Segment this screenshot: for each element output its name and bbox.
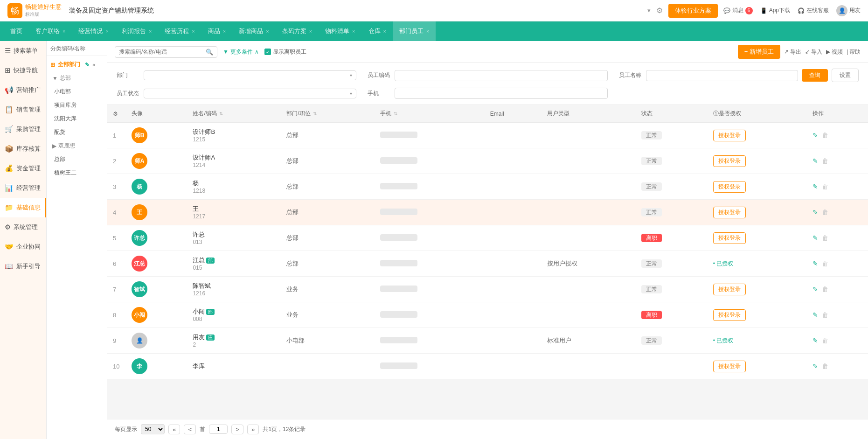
dept-item-xiaodian[interactable]: 小电部 [47,85,107,98]
dept-item-distribution[interactable]: 配货 [47,125,107,139]
nav-shortcuts[interactable]: ⊞快捷导航 [0,61,46,80]
close-icon[interactable]: × [383,28,386,34]
close-icon[interactable]: × [426,28,429,34]
dropdown-arrow-icon[interactable]: ▾ [647,7,651,14]
filter-more-btn[interactable]: ▼ 更多条件 ∧ [223,48,259,56]
close-icon[interactable]: × [223,28,226,34]
nav-inventory[interactable]: 📦库存核算 [0,139,46,159]
settings-icon[interactable]: ⚙ [113,111,118,117]
edit-dept-icon[interactable]: ✎ [85,62,90,68]
export-btn[interactable]: ↗ 导出 [784,48,801,56]
auth-login-btn[interactable]: 授权登录 [713,284,746,295]
close-icon[interactable]: × [309,28,312,34]
prev-page-btn[interactable]: < [184,425,196,434]
add-employee-btn[interactable]: + 新增员工 [738,45,780,59]
reset-btn[interactable]: 设置 [832,69,859,82]
auth-login-btn[interactable]: 授权登录 [713,130,746,141]
show-departed-area[interactable]: ✓ 显示离职员工 [264,48,306,56]
user-btn[interactable]: 👤 用友 [836,5,861,16]
tab-bom[interactable]: 物料清单× [319,21,361,41]
nav-collab[interactable]: 🤝企业协同 [0,237,46,257]
tab-home[interactable]: 首页 [4,21,29,41]
nav-marketing[interactable]: 📢营销推广 [0,80,46,100]
edit-icon[interactable]: ✎ [812,157,818,165]
auth-login-btn[interactable]: 授权登录 [713,207,746,218]
dept-item-shenyang[interactable]: 沈阳大库 [47,112,107,125]
dept-item-project[interactable]: 项目库房 [47,98,107,112]
next-page-btn[interactable]: > [231,425,243,434]
nav-finance[interactable]: 💰资金管理 [0,159,46,178]
nav-purchase[interactable]: 🛒采购管理 [0,119,46,139]
delete-icon[interactable]: 🗑 [822,260,828,267]
dept-search-input[interactable] [50,45,107,52]
tab-profit[interactable]: 利润报告× [115,21,158,41]
delete-icon[interactable]: 🗑 [822,311,828,319]
close-icon[interactable]: × [192,28,194,34]
per-page-select[interactable]: 50 100 [141,424,165,434]
search-icon[interactable]: 🔍 [206,49,213,56]
edit-icon[interactable]: ✎ [812,183,818,190]
delete-icon[interactable]: 🗑 [822,362,828,370]
delete-icon[interactable]: 🗑 [822,286,828,293]
search-input[interactable] [119,49,204,55]
col-dept[interactable]: 部门/职位 ⇅ [281,105,375,123]
edit-icon[interactable]: ✎ [812,337,818,344]
dept-group-headquarters[interactable]: ▼ 总部 [47,71,107,85]
auth-login-btn[interactable]: 授权登录 [713,232,746,244]
tab-history[interactable]: 经营历程× [158,21,201,41]
nav-search[interactable]: ☰搜索菜单 [0,41,46,61]
edit-icon[interactable]: ✎ [812,311,818,319]
tab-operation[interactable]: 经营情况× [72,21,115,41]
auth-login-btn[interactable]: 授权登录 [713,361,746,372]
close-icon[interactable]: × [266,28,269,34]
filter-empcode-input[interactable] [395,70,607,81]
auth-login-btn[interactable]: 授权登录 [713,181,746,193]
tab-warehouse[interactable]: 仓库× [362,21,393,41]
online-service-btn[interactable]: 🎧 在线客服 [798,7,829,14]
view-btn[interactable]: ▶ 视频 [826,48,843,56]
try-btn[interactable]: 体验行业方案 [668,4,718,18]
edit-icon[interactable]: ✎ [812,362,818,370]
edit-icon[interactable]: ✎ [812,132,818,139]
show-departed-checkbox[interactable]: ✓ [264,49,271,55]
collapse-icon[interactable]: « [92,62,96,68]
tab-goods[interactable]: 商品× [201,21,232,41]
close-icon[interactable]: × [62,28,65,34]
tab-barcode[interactable]: 条码方案× [276,21,319,41]
col-name[interactable]: 姓名/编码 ⇅ [187,105,281,123]
dept-item-plant[interactable]: 植树王二 [47,166,107,180]
nav-sales[interactable]: 📋销售管理 [0,100,46,119]
tab-add-goods[interactable]: 新增商品× [232,21,275,41]
edit-icon[interactable]: ✎ [812,234,818,242]
filter-empname-input[interactable] [646,70,798,81]
delete-icon[interactable]: 🗑 [822,132,828,139]
message-btn[interactable]: 💬 消息 6 [723,7,753,14]
tab-customer[interactable]: 客户联络× [29,21,72,41]
last-page-btn[interactable]: » [247,425,259,434]
dept-item-shuanglu[interactable]: ▶ 双鹿想 [47,139,107,153]
close-icon[interactable]: × [149,28,152,34]
col-settings[interactable]: ⚙ [107,105,126,123]
delete-icon[interactable]: 🗑 [822,209,828,216]
edit-icon[interactable]: ✎ [812,286,818,293]
settings-icon[interactable]: ⚙ [656,6,663,15]
delete-icon[interactable]: 🗑 [822,234,828,242]
nav-business[interactable]: 📊经营管理 [0,178,46,198]
tab-department[interactable]: 部门员工× [393,21,436,41]
delete-icon[interactable]: 🗑 [822,157,828,165]
delete-icon[interactable]: 🗑 [822,337,828,344]
filter-dept-select[interactable] [144,70,356,80]
edit-icon[interactable]: ✎ [812,260,818,267]
search-btn[interactable]: 查询 [802,69,828,82]
filter-status-select[interactable] [144,89,356,98]
page-input[interactable] [209,425,228,434]
nav-basic-info[interactable]: 📁基础信息 [0,198,46,217]
col-phone[interactable]: 手机 ⇅ [375,105,485,123]
filter-phone-input[interactable] [395,88,607,99]
edit-icon[interactable]: ✎ [812,209,818,216]
close-icon[interactable]: × [352,28,355,34]
app-download-btn[interactable]: 📱 App下载 [760,7,790,14]
dept-item-headquarters[interactable]: 总部 [47,153,107,166]
nav-system[interactable]: ⚙系统管理 [0,217,46,237]
import-btn[interactable]: ↙ 导入 [805,48,822,56]
